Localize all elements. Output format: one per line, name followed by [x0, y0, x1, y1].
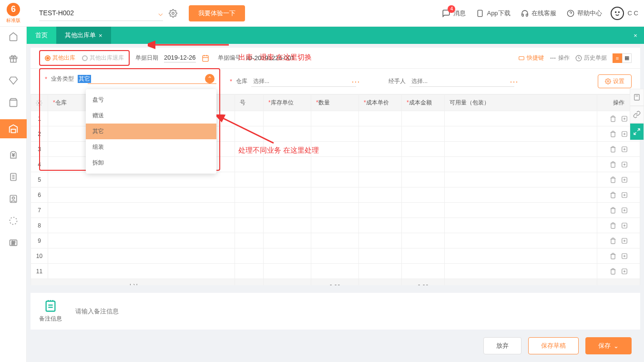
view-grid-icon[interactable]: ▦ — [622, 53, 632, 63]
add-row-icon[interactable] — [621, 176, 628, 183]
delete-icon[interactable] — [610, 222, 616, 229]
delete-icon[interactable] — [610, 115, 616, 122]
add-row-icon[interactable] — [621, 115, 628, 122]
org-select-input[interactable] — [39, 9, 158, 17]
rail-money-icon[interactable]: ¥ — [8, 150, 19, 160]
settings-button[interactable]: 设置 — [598, 74, 632, 88]
discard-button[interactable]: 放弃 — [483, 337, 521, 354]
svg-rect-22 — [203, 55, 208, 61]
logo[interactable]: 6 标准版 — [0, 0, 27, 26]
rail-gift-icon[interactable] — [8, 53, 19, 64]
add-row-icon[interactable] — [621, 207, 628, 214]
biztype-option[interactable]: 组装 — [86, 139, 216, 155]
topbar: 6 标准版 ⌵ 我要体验一下 4 消息 App下载 — [0, 0, 644, 27]
table-row[interactable]: 11 — [31, 264, 640, 279]
more-icon[interactable]: ⋯ — [510, 76, 518, 87]
svg-rect-68 — [46, 301, 55, 311]
gear-icon[interactable] — [169, 9, 177, 18]
chevron-up-icon[interactable]: ⌃ — [205, 74, 215, 83]
app-download-link[interactable]: App下载 — [476, 9, 510, 18]
rail-home-icon[interactable] — [8, 31, 19, 42]
bill-date-value[interactable]: 2019-12-26 — [164, 54, 196, 62]
quick-link-icon[interactable] — [630, 106, 644, 123]
delete-icon[interactable] — [610, 268, 616, 275]
tab-close-all[interactable]: × — [627, 27, 644, 44]
history-action[interactable]: 历史单据 — [575, 54, 607, 62]
more-icon[interactable]: ⋯ — [351, 76, 360, 87]
table-row[interactable]: 5 — [31, 172, 640, 187]
calendar-icon[interactable] — [202, 54, 209, 62]
tab-home[interactable]: 首页 — [27, 27, 56, 44]
tab-active[interactable]: 其他出库单 × — [56, 27, 111, 44]
rail-diamond-icon[interactable] — [8, 75, 19, 86]
remarks-input[interactable] — [75, 308, 632, 315]
avatar[interactable] — [611, 7, 624, 20]
doc-type-radio-group: 其他出库 其他出库退库 — [39, 50, 130, 66]
svg-point-29 — [555, 58, 555, 58]
svg-point-6 — [618, 11, 619, 12]
row-index: 9 — [31, 233, 48, 248]
quick-note-icon[interactable] — [630, 89, 644, 106]
biztype-option[interactable]: 盘亏 — [86, 92, 216, 108]
shortcut-action[interactable]: 快捷键 — [518, 54, 544, 62]
delete-icon[interactable] — [610, 253, 616, 259]
col-amount-header: *成本金额 — [402, 95, 445, 111]
table-row[interactable]: 10 — [31, 248, 640, 264]
add-row-icon[interactable] — [621, 161, 628, 168]
radio-checked-icon — [45, 55, 51, 61]
save-button[interactable]: 保存 ⌄ — [585, 337, 632, 354]
close-icon[interactable]: × — [99, 32, 102, 39]
arrow-icon — [216, 114, 278, 148]
delete-icon[interactable] — [610, 161, 616, 168]
biztype-value[interactable]: 其它 — [78, 75, 91, 83]
radio-unchecked-icon — [82, 55, 88, 61]
username[interactable]: C C — [628, 10, 638, 17]
add-row-icon[interactable] — [621, 131, 628, 137]
table-row[interactable]: 7 — [31, 203, 640, 218]
row-index: 2 — [31, 126, 48, 142]
view-toggle: ≡ ▦ — [613, 53, 632, 63]
svg-rect-11 — [11, 129, 15, 133]
delete-icon[interactable] — [610, 131, 616, 137]
add-row-icon[interactable] — [621, 253, 628, 259]
biztype-option[interactable]: 其它 — [86, 124, 216, 139]
quick-expand-icon[interactable] — [630, 123, 644, 140]
row-index: 6 — [31, 187, 48, 203]
operate-action[interactable]: 操作 — [550, 54, 570, 62]
add-row-icon[interactable] — [621, 192, 628, 198]
delete-icon[interactable] — [610, 207, 616, 214]
handler-select[interactable] — [409, 76, 514, 87]
view-list-icon[interactable]: ≡ — [613, 53, 622, 63]
chevron-down-icon[interactable]: ⌵ — [158, 9, 163, 18]
radio-other-out-return[interactable]: 其他出库退库 — [82, 54, 124, 62]
delete-icon[interactable] — [610, 192, 616, 198]
table-row[interactable]: 8 — [31, 218, 640, 233]
add-row-icon[interactable] — [621, 146, 628, 153]
add-row-icon[interactable] — [621, 268, 628, 275]
messages-link[interactable]: 4 消息 — [442, 9, 466, 18]
online-service-link[interactable]: 在线客服 — [521, 9, 556, 18]
delete-icon[interactable] — [610, 176, 616, 183]
rail-new-icon[interactable]: 新 — [8, 238, 19, 248]
rail-clipboard-icon[interactable] — [8, 172, 19, 182]
delete-icon[interactable] — [610, 146, 616, 153]
radio-other-out[interactable]: 其他出库 — [45, 54, 75, 62]
rail-warehouse-icon[interactable] — [0, 119, 27, 138]
table-row[interactable]: 9 — [31, 233, 640, 248]
biztype-option[interactable]: 赠送 — [86, 108, 216, 124]
rail-bag-icon[interactable] — [8, 97, 19, 108]
add-row-icon[interactable] — [621, 238, 628, 244]
col-config-header[interactable] — [31, 95, 48, 111]
help-center-link[interactable]: 帮助中心 — [567, 9, 602, 18]
svg-point-18 — [12, 197, 14, 199]
table-row[interactable]: 6 — [31, 187, 640, 203]
warehouse-select[interactable] — [251, 76, 356, 87]
try-button[interactable]: 我要体验一下 — [189, 5, 245, 21]
rail-loading-icon[interactable] — [8, 216, 19, 226]
biztype-option[interactable]: 拆卸 — [86, 155, 216, 171]
add-row-icon[interactable] — [621, 222, 628, 229]
delete-icon[interactable] — [610, 238, 616, 244]
org-select[interactable]: ⌵ — [39, 6, 163, 21]
rail-contacts-icon[interactable] — [8, 194, 19, 204]
save-draft-button[interactable]: 保存草稿 — [528, 337, 579, 354]
